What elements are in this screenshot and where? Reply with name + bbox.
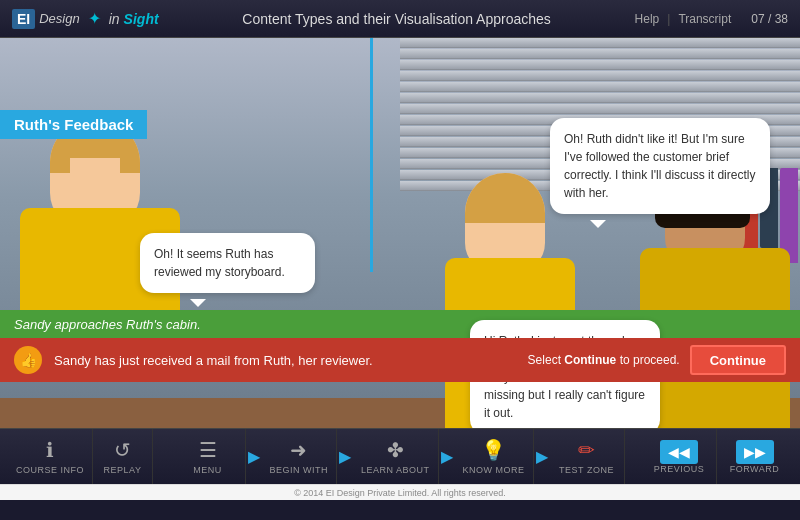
previous-nav-btn: ◀◀ [660,440,698,464]
toolbar-menu[interactable]: ☰ MENU [171,429,246,484]
know-more-label: KNOW MORE [463,465,525,475]
menu-arrow-icon: ▶ [248,447,260,466]
footer: © 2014 EI Design Private Limited. All ri… [0,484,800,500]
continue-bold: Continue [564,353,616,367]
replay-icon: ↺ [114,438,131,462]
bubble-left-text: Oh! It seems Ruth has reviewed my storyb… [154,247,285,279]
test-zone-icon: ✏ [578,438,595,462]
caption-text: Sandy approaches Ruth's cabin. [14,317,201,332]
continue-button[interactable]: Continue [690,345,786,375]
toolbar-begin-with[interactable]: ➜ BEGIN WITH [262,429,338,484]
menu-label: MENU [193,465,222,475]
logo-ei: EI [12,9,35,29]
forward-label: FORWARD [730,464,780,474]
toolbar-course-info[interactable]: ℹ COURSE INFO [8,429,93,484]
fwd-right-icon: ▶▶ [744,444,766,460]
logo-sight: Sight [124,11,159,27]
logo: EI Design ✦ in Sight [12,9,159,29]
app-header: EI Design ✦ in Sight Content Types and t… [0,0,800,38]
copyright-text: © 2014 EI Design Private Limited. All ri… [294,488,506,498]
main-scene: Ruth's Feedback Oh! Ruth didn't like it!… [0,38,800,428]
bottom-toolbar: ℹ COURSE INFO ↺ REPLAY ☰ MENU ▶ ➜ BEGIN … [0,428,800,484]
notification-text: Sandy has just received a mail from Ruth… [54,353,516,368]
page-counter: 07 / 38 [751,12,788,26]
forward-nav-btn: ▶▶ [736,440,774,464]
begin-with-label: BEGIN WITH [270,465,329,475]
notification-bar: 👍 Sandy has just received a mail from Ru… [0,338,800,382]
logo-in: in [109,11,120,27]
course-info-label: COURSE INFO [16,465,84,475]
bubble-sandy-thought: Oh! Ruth didn't like it! But I'm sure I'… [550,118,770,214]
toolbar-learn-about[interactable]: ✤ LEARN ABOUT [353,429,439,484]
toolbar-previous[interactable]: ◀◀ PREVIOUS [642,429,717,484]
begin-arrow-icon: ▶ [339,447,351,466]
info-icon: ℹ [46,438,54,462]
thumbs-up-icon: 👍 [14,346,42,374]
begin-with-icon: ➜ [290,438,307,462]
select-instruction: Select Continue to proceed. [528,353,680,367]
scene-divider [370,38,373,272]
previous-label: PREVIOUS [654,464,705,474]
toolbar-test-zone[interactable]: ✏ TEST ZONE [550,429,625,484]
menu-icon: ☰ [199,438,217,462]
bubble-text: Oh! Ruth didn't like it! But I'm sure I'… [564,132,755,200]
learn-arrow-icon: ▶ [441,447,453,466]
learn-about-icon: ✤ [387,438,404,462]
know-arrow-icon: ▶ [536,447,548,466]
prev-left-icon: ◀◀ [668,444,690,460]
toolbar-know-more[interactable]: 💡 KNOW MORE [455,429,534,484]
ruths-feedback-label: Ruth's Feedback [0,110,147,139]
replay-label: REPLAY [104,465,142,475]
learn-about-label: LEARN ABOUT [361,465,430,475]
toolbar-forward[interactable]: ▶▶ FORWARD [717,429,792,484]
bubble-sandy-left: Oh! It seems Ruth has reviewed my storyb… [140,233,315,293]
scene-caption-bar: Sandy approaches Ruth's cabin. [0,310,800,338]
logo-separator: ✦ [88,9,101,28]
test-zone-label: TEST ZONE [559,465,614,475]
continue-area: Select Continue to proceed. Continue [528,345,786,375]
sandy-right-hair [465,173,545,223]
header-right: Help | Transcript 07 / 38 [635,12,788,26]
header-divider: | [667,12,670,26]
help-link[interactable]: Help [635,12,660,26]
logo-design: Design [39,11,79,26]
know-more-icon: 💡 [481,438,506,462]
course-title: Content Types and their Visualisation Ap… [159,11,635,27]
toolbar-replay[interactable]: ↺ REPLAY [93,429,153,484]
transcript-link[interactable]: Transcript [678,12,731,26]
